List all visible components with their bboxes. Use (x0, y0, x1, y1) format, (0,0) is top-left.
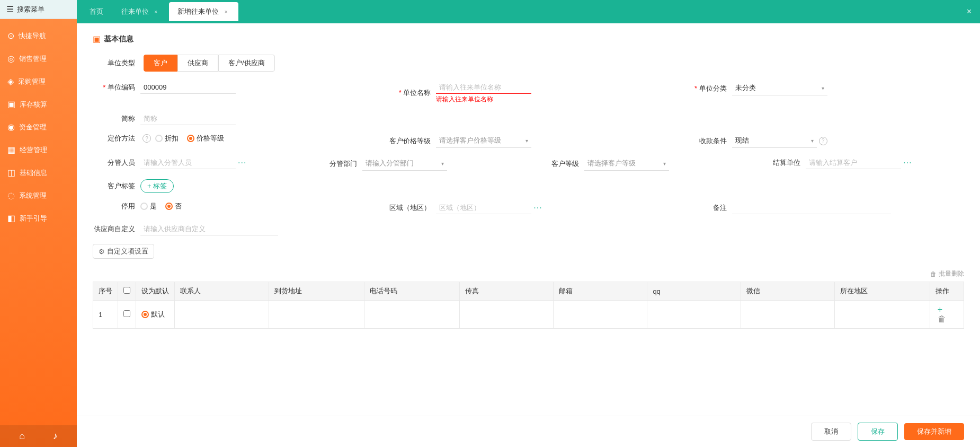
sidebar-item-system[interactable]: ◌ 系统管理 (0, 184, 77, 207)
row-default-dot (144, 313, 147, 316)
form-row-2: 简称 (93, 112, 964, 125)
tab-counterparty-close[interactable]: × (152, 7, 159, 16)
row-address-input[interactable] (274, 311, 359, 319)
sidebar-item-basic[interactable]: ◫ 基础信息 (0, 161, 77, 184)
sidebar-item-sales[interactable]: ◎ 销售管理 (0, 47, 77, 70)
pricing-discount-circle (155, 135, 163, 142)
tab-bar: 首页 往来单位 × 新增往来单位 × × (77, 0, 980, 23)
sidebar-item-finance[interactable]: ◉ 资金管理 (0, 116, 77, 138)
sidebar-item-label: 系统管理 (19, 191, 47, 200)
customer-level-select[interactable]: 请选择客户等级 ▾ (584, 156, 669, 171)
unit-name-field: 单位名称 请输入往来单位名称 (388, 81, 668, 104)
system-icon: ◌ (7, 190, 15, 200)
disabled-yes-radio[interactable]: 是 (140, 201, 157, 211)
main-area: 首页 往来单位 × 新增往来单位 × × ▣ 基本信息 单位类型 客户 供应商 … (77, 0, 980, 447)
row-checkbox[interactable] (123, 310, 130, 317)
sidebar-item-purchase[interactable]: ◈ 采购管理 (0, 70, 77, 93)
row-delete-button[interactable]: 🗑 (936, 314, 948, 324)
row-region[interactable] (835, 301, 930, 329)
row-region-input[interactable] (840, 311, 924, 319)
sidebar-item-guide[interactable]: ◧ 新手引导 (0, 207, 77, 230)
unit-category-select[interactable]: 未分类 ▾ (732, 81, 827, 95)
search-menu-button[interactable]: ☰ 搜索菜单 (0, 0, 77, 19)
footer: 取消 保存 保存并新增 (77, 416, 980, 447)
pricing-discount-radio[interactable]: 折扣 (155, 134, 179, 143)
disabled-yes-circle (140, 203, 148, 210)
row-fax-input[interactable] (465, 311, 548, 319)
batch-delete-button[interactable]: 🗑 批量删除 (930, 269, 964, 278)
manager-input[interactable] (140, 156, 236, 169)
tab-counterparty[interactable]: 往来单位 × (113, 2, 168, 21)
customer-price-label: 客户价格等级 (388, 136, 431, 146)
finance-icon: ◉ (7, 122, 15, 132)
unit-type-both-btn[interactable]: 客户/供应商 (218, 55, 275, 72)
row-phone[interactable] (364, 301, 460, 329)
row-email-input[interactable] (559, 311, 642, 319)
row-qq-input[interactable] (653, 311, 735, 319)
row-phone-input[interactable] (370, 311, 454, 319)
tab-new-counterparty-close[interactable]: × (222, 7, 229, 16)
search-icon: ☰ (6, 4, 14, 14)
pricing-method-field: 定价方法 ? 折扣 价格等级 (93, 134, 372, 143)
settlement-more-icon[interactable]: ··· (903, 158, 912, 168)
sidebar-item-inventory[interactable]: ▣ 库存核算 (0, 93, 77, 116)
pricing-method-help-icon: ? (142, 134, 151, 143)
remarks-input[interactable] (732, 201, 891, 214)
sidebar-home-icon[interactable]: ⌂ (19, 431, 25, 442)
row-fax[interactable] (459, 301, 553, 329)
select-all-checkbox[interactable] (123, 287, 130, 294)
sidebar-menu: ⊙ 快捷导航 ◎ 销售管理 ◈ 采购管理 ▣ 库存核算 ◉ 资金管理 ▦ 经营管… (0, 19, 77, 425)
row-contact-input[interactable] (180, 311, 263, 319)
add-tag-button[interactable]: + 标签 (140, 179, 174, 193)
sidebar-item-operation[interactable]: ▦ 经营管理 (0, 138, 77, 161)
customer-level-placeholder: 请选择客户等级 (587, 159, 636, 168)
settlement-input[interactable] (806, 156, 901, 169)
section-title: 基本信息 (104, 34, 133, 44)
row-qq[interactable] (647, 301, 741, 329)
payment-terms-help-icon: ? (819, 137, 827, 145)
supplier-custom-label: 供应商自定义 (93, 224, 135, 234)
row-wechat-input[interactable] (746, 311, 829, 319)
save-button[interactable]: 保存 (858, 423, 898, 441)
sidebar-item-label: 新手引导 (20, 214, 47, 223)
pricing-method-label: 定价方法 (93, 134, 135, 143)
manager-more-icon[interactable]: ··· (238, 158, 246, 168)
row-default-radio[interactable]: 默认 (141, 310, 169, 319)
tab-new-counterparty[interactable]: 新增往来单位 × (169, 2, 238, 21)
unit-name-input[interactable] (436, 81, 531, 94)
payment-terms-select[interactable]: 现结 ▾ (732, 134, 817, 148)
sidebar-user-icon[interactable]: ♪ (53, 431, 58, 442)
manager-label: 分管人员 (93, 158, 135, 168)
region-more-icon[interactable]: ··· (533, 203, 542, 213)
supplier-custom-input[interactable] (140, 223, 278, 235)
col-address: 到货地址 (269, 282, 364, 301)
short-name-input[interactable] (140, 112, 236, 125)
row-default-cell: 默认 (136, 301, 175, 329)
region-input[interactable] (436, 201, 531, 214)
col-wechat: 微信 (741, 282, 834, 301)
table-header-row: 序号 设为默认 联系人 到货地址 电话号码 传真 邮箱 qq 微信 所在地区 操… (93, 282, 964, 301)
dept-select[interactable]: 请输入分管部门 ▾ (362, 156, 447, 171)
unit-code-input[interactable] (140, 81, 236, 94)
tab-home[interactable]: 首页 (81, 2, 112, 21)
save-and-new-button[interactable]: 保存并新增 (904, 423, 964, 440)
row-wechat[interactable] (741, 301, 834, 329)
pricing-level-radio[interactable]: 价格等级 (187, 134, 224, 143)
sidebar-item-quick-nav[interactable]: ⊙ 快捷导航 (0, 24, 77, 47)
dept-label: 分管部门 (315, 159, 357, 169)
custom-settings-button[interactable]: ⚙ 自定义项设置 (93, 244, 154, 259)
dept-placeholder: 请输入分管部门 (366, 159, 414, 168)
cancel-button[interactable]: 取消 (811, 423, 851, 441)
customer-price-select[interactable]: 请选择客户价格等级 ▾ (436, 134, 531, 148)
row-contact[interactable] (175, 301, 269, 329)
row-address[interactable] (269, 301, 364, 329)
tags-field: 客户标签 + 标签 (93, 179, 964, 193)
unit-name-label: 单位名称 (388, 88, 431, 98)
row-add-button[interactable]: + (936, 305, 945, 314)
tab-bar-close-all[interactable]: × (963, 5, 976, 19)
unit-type-customer-btn[interactable]: 客户 (144, 55, 177, 72)
unit-type-supplier-btn[interactable]: 供应商 (177, 55, 218, 72)
tab-home-label: 首页 (90, 7, 103, 16)
row-email[interactable] (554, 301, 647, 329)
disabled-no-radio[interactable]: 否 (165, 201, 182, 211)
